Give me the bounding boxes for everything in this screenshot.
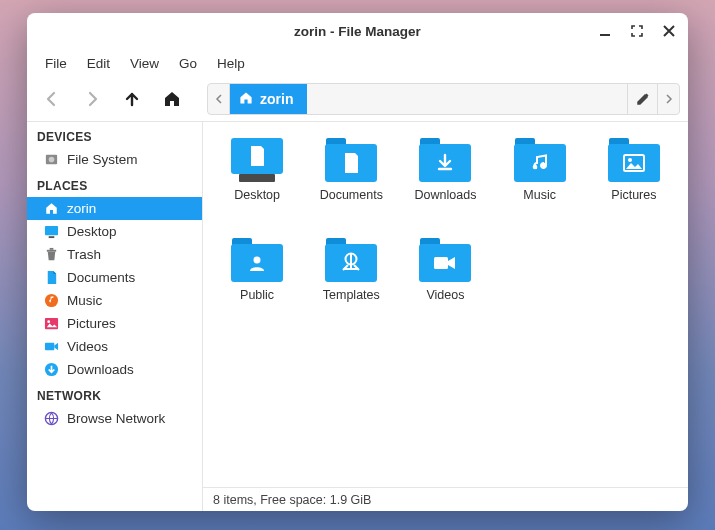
- sidebar-item-label: Pictures: [67, 316, 116, 331]
- documents-icon: [43, 270, 59, 286]
- sidebar-item-documents[interactable]: Documents: [27, 266, 202, 289]
- file-item-documents[interactable]: Documents: [305, 136, 397, 228]
- sidebar-item-label: Browse Network: [67, 411, 165, 426]
- file-item-public[interactable]: Public: [211, 236, 303, 328]
- file-label: Music: [523, 188, 556, 202]
- folder-icon-downloads: [419, 138, 471, 182]
- sidebar-item-label: Desktop: [67, 224, 117, 239]
- folder-icon-videos: [419, 238, 471, 282]
- svg-rect-5: [46, 250, 55, 252]
- path-segment-label: zorin: [260, 91, 293, 107]
- file-label: Pictures: [611, 188, 656, 202]
- menu-go[interactable]: Go: [171, 53, 205, 74]
- svg-point-14: [541, 163, 546, 168]
- folder-icon-public: [231, 238, 283, 282]
- network-icon: [43, 411, 59, 427]
- sidebar-item-music[interactable]: Music: [27, 289, 202, 312]
- svg-rect-8: [44, 318, 57, 329]
- sidebar-item-trash[interactable]: Trash: [27, 243, 202, 266]
- svg-point-13: [532, 165, 537, 170]
- folder-icon-documents: [325, 138, 377, 182]
- menu-file[interactable]: File: [37, 53, 75, 74]
- file-label: Templates: [323, 288, 380, 302]
- file-item-pictures[interactable]: Pictures: [588, 136, 680, 228]
- file-item-downloads[interactable]: Downloads: [399, 136, 491, 228]
- menu-view[interactable]: View: [122, 53, 167, 74]
- svg-rect-19: [434, 257, 448, 269]
- file-item-music[interactable]: Music: [494, 136, 586, 228]
- svg-rect-4: [48, 236, 54, 238]
- path-edit-button[interactable]: [627, 84, 657, 114]
- sidebar-header-places: PLACES: [27, 171, 202, 197]
- pictures-icon: [43, 316, 59, 332]
- sidebar-item-videos[interactable]: Videos: [27, 335, 202, 358]
- folder-icon-desktop: [231, 138, 283, 182]
- svg-point-7: [44, 294, 57, 307]
- sidebar-item-filesystem[interactable]: File System: [27, 148, 202, 171]
- music-icon: [43, 293, 59, 309]
- drive-icon: [43, 152, 59, 168]
- folder-icon-templates: [325, 238, 377, 282]
- svg-point-17: [254, 257, 261, 264]
- forward-button[interactable]: [75, 82, 109, 116]
- file-label: Documents: [320, 188, 383, 202]
- file-grid[interactable]: Desktop Documents Downloads: [203, 122, 688, 487]
- sidebar-item-label: Videos: [67, 339, 108, 354]
- sidebar-item-label: File System: [67, 152, 138, 167]
- svg-rect-3: [44, 226, 57, 235]
- folder-icon-pictures: [608, 138, 660, 182]
- main-pane: Desktop Documents Downloads: [203, 122, 688, 511]
- sidebar-item-downloads[interactable]: Downloads: [27, 358, 202, 381]
- sidebar-item-label: Trash: [67, 247, 101, 262]
- svg-point-2: [48, 157, 54, 163]
- sidebar-item-label: Documents: [67, 270, 135, 285]
- svg-point-9: [47, 320, 50, 323]
- home-icon: [43, 201, 59, 217]
- videos-icon: [43, 339, 59, 355]
- sidebar: DEVICES File System PLACES zorin Desktop: [27, 122, 203, 511]
- sidebar-item-desktop[interactable]: Desktop: [27, 220, 202, 243]
- maximize-button[interactable]: [626, 20, 648, 42]
- home-icon: [238, 90, 254, 109]
- sidebar-item-network[interactable]: Browse Network: [27, 407, 202, 430]
- svg-rect-6: [49, 248, 53, 250]
- sidebar-item-pictures[interactable]: Pictures: [27, 312, 202, 335]
- sidebar-header-network: NETWORK: [27, 381, 202, 407]
- file-label: Videos: [426, 288, 464, 302]
- desktop-icon: [43, 224, 59, 240]
- toolbar: zorin: [27, 77, 688, 121]
- close-button[interactable]: [658, 20, 680, 42]
- trash-icon: [43, 247, 59, 263]
- menu-edit[interactable]: Edit: [79, 53, 118, 74]
- sidebar-item-label: zorin: [67, 201, 96, 216]
- svg-rect-10: [44, 343, 53, 351]
- sidebar-item-label: Music: [67, 293, 102, 308]
- path-empty[interactable]: [307, 84, 627, 114]
- path-next-button[interactable]: [657, 84, 679, 114]
- home-button[interactable]: [155, 82, 189, 116]
- window-title: zorin - File Manager: [294, 24, 421, 39]
- folder-icon-music: [514, 138, 566, 182]
- sidebar-item-label: Downloads: [67, 362, 134, 377]
- menu-help[interactable]: Help: [209, 53, 253, 74]
- downloads-icon: [43, 362, 59, 378]
- file-item-videos[interactable]: Videos: [399, 236, 491, 328]
- pathbar: zorin: [207, 83, 680, 115]
- statusbar: 8 items, Free space: 1.9 GiB: [203, 487, 688, 511]
- svg-rect-0: [600, 34, 610, 36]
- minimize-button[interactable]: [594, 20, 616, 42]
- titlebar: zorin - File Manager: [27, 13, 688, 49]
- file-label: Public: [240, 288, 274, 302]
- file-item-desktop[interactable]: Desktop: [211, 136, 303, 228]
- sidebar-item-home[interactable]: zorin: [27, 197, 202, 220]
- file-item-templates[interactable]: Templates: [305, 236, 397, 328]
- svg-point-16: [628, 158, 632, 162]
- file-label: Desktop: [234, 188, 280, 202]
- path-segment-home[interactable]: zorin: [230, 84, 307, 114]
- up-button[interactable]: [115, 82, 149, 116]
- back-button[interactable]: [35, 82, 69, 116]
- status-text: 8 items, Free space: 1.9 GiB: [213, 493, 371, 507]
- file-label: Downloads: [415, 188, 477, 202]
- path-prev-button[interactable]: [208, 84, 230, 114]
- body: DEVICES File System PLACES zorin Desktop: [27, 121, 688, 511]
